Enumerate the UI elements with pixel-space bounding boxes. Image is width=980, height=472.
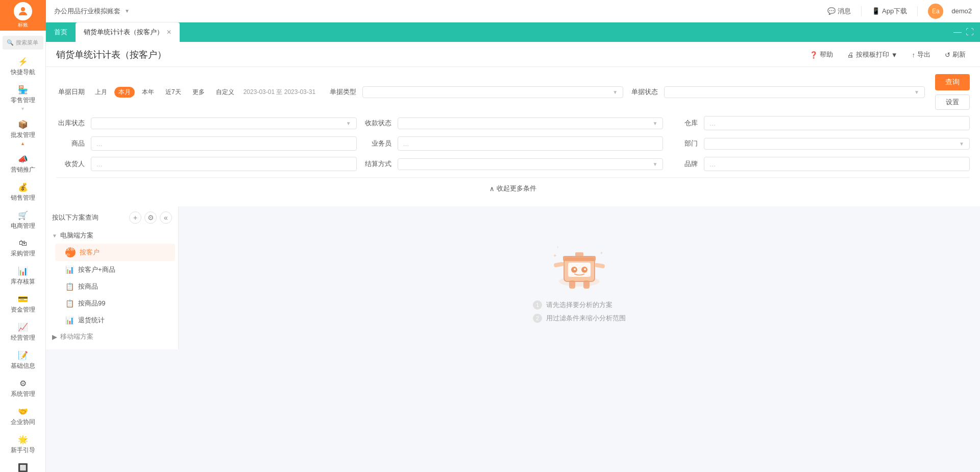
sidebar-item-finance[interactable]: 💳 资金管理: [0, 290, 46, 318]
empty-illustration: ✦ ✦ ✦: [549, 233, 610, 294]
collapse-button[interactable]: ∧ 收起更多条件: [479, 181, 547, 196]
scheme-group-mobile-header[interactable]: ▶ 移动端方案: [46, 329, 178, 344]
sidebar-item-marketing[interactable]: 📣 营销推广: [0, 150, 46, 178]
sidebar-item-new-user[interactable]: 🌟 新手引导: [0, 431, 46, 459]
page-content: 销货单统计计表（按客户） ❓ 帮助 🖨 按模板打印 ▼ ↑ 导出 ↺ 刷新: [46, 42, 980, 472]
scheme-item-by-customer-goods-icon: 📊: [65, 266, 74, 274]
scheme-add-button[interactable]: +: [129, 211, 141, 224]
scheme-collapse-button[interactable]: «: [160, 211, 172, 224]
outbound-select[interactable]: ▼: [91, 117, 357, 129]
tab-minimize-icon[interactable]: —: [953, 28, 962, 37]
tab-home[interactable]: 首页: [46, 22, 76, 42]
logo-icon: [14, 2, 32, 20]
retail-arrow: ▼: [20, 106, 25, 111]
app-center-icon: 🔲: [18, 463, 28, 472]
scheme-panel-actions: + ⚙ «: [129, 211, 172, 224]
date-tag-thisyear[interactable]: 本年: [138, 87, 158, 98]
scheme-settings-button[interactable]: ⚙: [144, 211, 157, 224]
left-scheme-panel: 按以下方案查询 + ⚙ «: [46, 206, 179, 349]
warehouse-dots[interactable]: ...: [709, 119, 716, 127]
payment-select[interactable]: ▼: [398, 117, 664, 129]
warehouse-label: 仓库: [669, 119, 698, 128]
right-data-area: ✦ ✦ ✦ 1 请先选择要分析的方案 2 用过滤条件来缩小分析范围: [179, 206, 980, 349]
header-divider-1: [861, 6, 862, 16]
sidebar-item-operations[interactable]: 📈 经营管理: [0, 318, 46, 346]
sidebar-item-inventory[interactable]: 📊 库存核算: [0, 262, 46, 290]
sidebar-item-app-center[interactable]: 🔲 应用中心: [0, 459, 46, 472]
date-tag-thismonth[interactable]: 本月: [114, 87, 135, 98]
date-tag-custom[interactable]: 自定义: [212, 87, 238, 98]
svg-rect-10: [575, 252, 583, 256]
brand-dots[interactable]: ...: [709, 160, 716, 168]
quicknav-icon: ⚡: [18, 57, 28, 66]
scheme-item-by-goods-99[interactable]: 📋 按商品99: [55, 295, 175, 312]
top-header: 办公用品行业模拟账套 ▼ 💬 消息 📱 App下载 Ea demo2: [46, 0, 980, 22]
sidebar-item-ecommerce[interactable]: 🛒 电商管理: [0, 206, 46, 234]
sidebar-item-enterprise[interactable]: 🤝 企业协同: [0, 403, 46, 431]
svg-text:✦: ✦: [556, 246, 559, 249]
search-menu[interactable]: 🔍 搜索菜单: [3, 36, 43, 50]
date-tag-more[interactable]: 更多: [188, 87, 209, 98]
left-panel-header: 按以下方案查询 + ⚙ «: [46, 211, 178, 228]
logo-text: 标账: [18, 21, 28, 29]
scheme-item-by-customer[interactable]: 按客户 按客户: [55, 244, 175, 261]
sidebar-item-basic-info[interactable]: 📝 基础信息: [0, 346, 46, 374]
scheme-item-by-goods-label: 按商品: [78, 282, 98, 291]
scheme-item-by-goods[interactable]: 📋 按商品: [55, 278, 175, 295]
help-label: 帮助: [820, 50, 833, 59]
tab-sales-stats-label: 销货单统计计表（按客户）: [84, 28, 163, 37]
refresh-button[interactable]: ↺ 刷新: [941, 48, 970, 61]
collapse-label: 收起更多条件: [497, 184, 536, 193]
search-icon: 🔍: [7, 39, 14, 46]
template-print-label: 按模板打印: [856, 50, 889, 59]
page-header-actions: ❓ 帮助 🖨 按模板打印 ▼ ↑ 导出 ↺ 刷新: [805, 48, 970, 61]
date-tag-last7days[interactable]: 近7天: [161, 87, 185, 98]
consignee-select[interactable]: ...: [91, 157, 357, 171]
help-button[interactable]: ❓ 帮助: [805, 48, 837, 61]
wholesale-arrow: ▲: [20, 141, 25, 146]
scheme-panel-title: 按以下方案查询: [52, 213, 99, 222]
salesman-select[interactable]: ...: [398, 136, 664, 151]
tab-maximize-icon[interactable]: ⛶: [966, 28, 974, 37]
tab-close-icon[interactable]: ✕: [166, 29, 172, 36]
ecommerce-icon: 🛒: [18, 210, 28, 220]
warehouse-select[interactable]: ...: [704, 116, 970, 130]
department-arrow: ▼: [959, 141, 964, 147]
message-icon: 💬: [827, 7, 836, 15]
brand-label: 品牌: [669, 159, 698, 169]
title-dropdown-arrow[interactable]: ▼: [125, 8, 130, 14]
sidebar-item-sales[interactable]: 💰 销售管理: [0, 178, 46, 206]
export-button[interactable]: ↑ 导出: [908, 48, 935, 61]
user-avatar[interactable]: Ea: [928, 4, 943, 19]
settings-button[interactable]: 设置: [935, 95, 970, 110]
department-select[interactable]: ▼: [704, 138, 970, 150]
message-action[interactable]: 💬 消息: [827, 7, 851, 16]
sidebar-item-purchase[interactable]: 🛍 采购管理: [0, 234, 46, 262]
scheme-item-by-customer-goods[interactable]: 📊 按客户+商品: [55, 262, 175, 278]
scheme-item-return-stats[interactable]: 📊 退货统计: [55, 312, 175, 328]
template-print-button[interactable]: 🖨 按模板打印 ▼: [843, 48, 902, 61]
goods-select[interactable]: ...: [91, 136, 357, 151]
goods-dots[interactable]: ...: [96, 139, 103, 148]
salesman-dots[interactable]: ...: [403, 139, 409, 148]
query-button[interactable]: 查询: [935, 74, 970, 90]
app-logo[interactable]: 标账: [0, 0, 46, 31]
retail-icon: 🏪: [18, 85, 28, 95]
order-type-select[interactable]: ▼: [362, 86, 623, 98]
tab-sales-stats[interactable]: 销货单统计计表（按客户） ✕: [76, 22, 180, 42]
scheme-group-pc-header[interactable]: ▼ 电脑端方案: [46, 228, 178, 243]
consignee-dots[interactable]: ...: [96, 160, 103, 168]
order-status-arrow: ▼: [914, 89, 919, 95]
brand-select[interactable]: ...: [704, 157, 970, 171]
retail-label: 零售管理: [11, 96, 35, 105]
date-tag-lastmonth[interactable]: 上月: [91, 87, 111, 98]
app-download-action[interactable]: 📱 App下载: [872, 7, 907, 16]
template-print-icon: 🖨: [847, 51, 854, 59]
settlement-select[interactable]: ▼: [398, 158, 664, 170]
sidebar-item-quicknav[interactable]: ⚡ 快捷导航: [0, 53, 46, 81]
sidebar-item-system[interactable]: ⚙ 系统管理: [0, 374, 46, 403]
order-status-select[interactable]: ▼: [664, 86, 925, 98]
svg-rect-14: [583, 280, 590, 289]
sidebar-item-wholesale[interactable]: 📦 批发管理 ▲: [0, 115, 46, 150]
sidebar-item-retail[interactable]: 🏪 零售管理 ▼: [0, 81, 46, 115]
